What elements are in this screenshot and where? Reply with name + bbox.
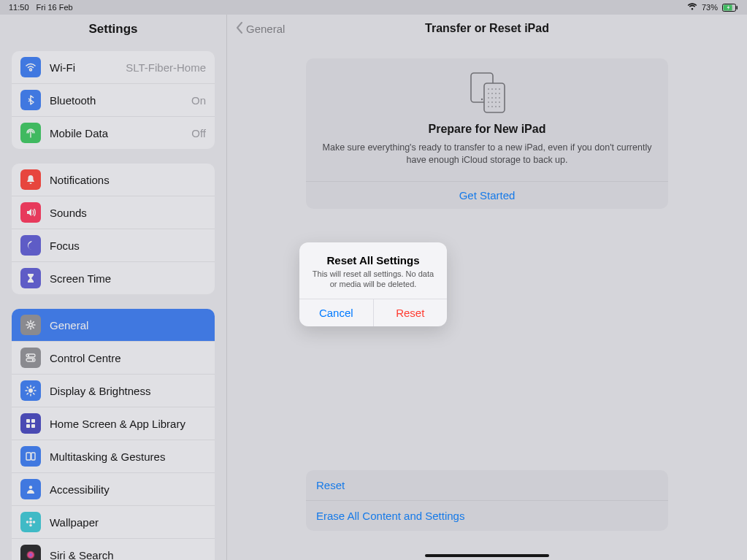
cancel-button[interactable]: Cancel xyxy=(299,299,374,326)
reset-confirm-button[interactable]: Reset xyxy=(374,299,448,326)
modal-overlay[interactable]: Reset All Settings This will reset all s… xyxy=(0,0,747,560)
modal-title: Reset All Settings xyxy=(308,254,438,266)
reset-modal: Reset All Settings This will reset all s… xyxy=(299,242,447,326)
modal-message: This will reset all settings. No data or… xyxy=(308,269,438,290)
